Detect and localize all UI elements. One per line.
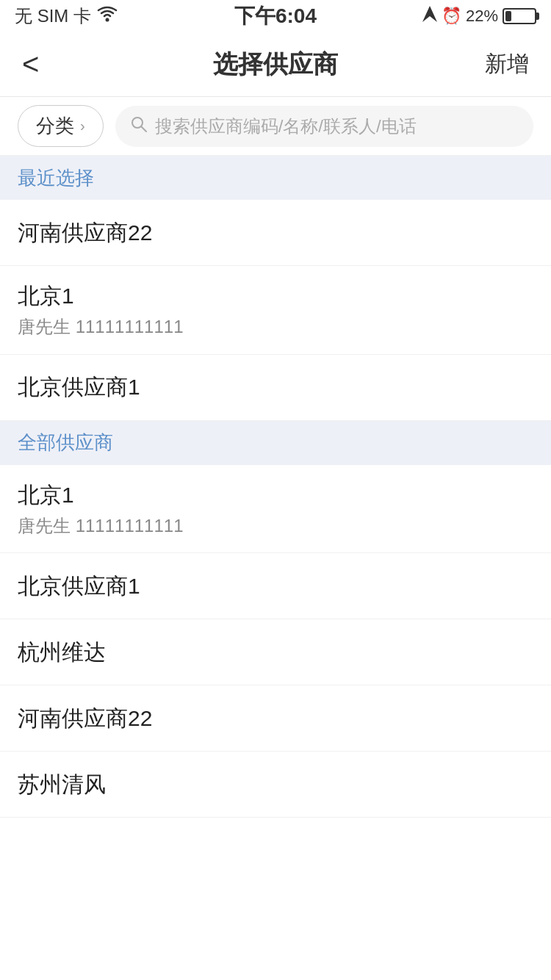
category-button[interactable]: 分类 › xyxy=(18,105,104,147)
supplier-contact: 唐先生 11111111111 xyxy=(18,314,533,339)
supplier-name: 河南供应商22 xyxy=(18,217,533,248)
supplier-name: 北京供应商1 xyxy=(18,571,533,602)
alarm-icon: ⏰ xyxy=(442,7,461,26)
status-time: 下午6:04 xyxy=(234,2,317,30)
supplier-name: 北京1 xyxy=(18,480,533,511)
supplier-name: 河南供应商22 xyxy=(18,703,533,734)
all-section-header: 全部供应商 xyxy=(0,421,551,465)
search-box[interactable]: 搜索供应商编码/名称/联系人/电话 xyxy=(115,106,533,147)
list-item[interactable]: 北京供应商1 xyxy=(0,553,551,619)
category-label: 分类 xyxy=(36,113,74,139)
supplier-name: 杭州维达 xyxy=(18,637,533,668)
list-item[interactable]: 苏州清风 xyxy=(0,752,551,818)
back-button[interactable]: < xyxy=(22,48,66,81)
carrier-text: 无 SIM 卡 xyxy=(15,4,91,28)
svg-line-3 xyxy=(141,126,146,131)
all-list: 北京1唐先生 11111111111北京供应商1杭州维达河南供应商22苏州清风 xyxy=(0,465,551,818)
chevron-right-icon: › xyxy=(80,118,85,134)
list-item[interactable]: 北京1唐先生 11111111111 xyxy=(0,465,551,554)
svg-point-0 xyxy=(106,18,109,22)
list-item[interactable]: 河南供应商22 xyxy=(0,685,551,752)
battery-percent: 22% xyxy=(466,7,498,26)
svg-marker-1 xyxy=(422,6,437,22)
page-title: 选择供应商 xyxy=(213,48,338,82)
all-section-label: 全部供应商 xyxy=(18,430,113,455)
nav-bar: < 选择供应商 新增 xyxy=(0,32,551,97)
battery-icon xyxy=(503,8,536,24)
recent-list: 河南供应商22北京1唐先生 11111111111北京供应商1 xyxy=(0,200,551,421)
add-button[interactable]: 新增 xyxy=(485,49,529,79)
list-item[interactable]: 河南供应商22 xyxy=(0,200,551,266)
list-item[interactable]: 北京1唐先生 11111111111 xyxy=(0,266,551,355)
search-icon xyxy=(130,115,148,137)
supplier-contact: 唐先生 11111111111 xyxy=(18,514,533,538)
list-item[interactable]: 杭州维达 xyxy=(0,619,551,685)
recent-section-header: 最近选择 xyxy=(0,156,551,200)
supplier-name: 北京供应商1 xyxy=(18,372,533,403)
supplier-name: 北京1 xyxy=(18,281,533,311)
list-item[interactable]: 北京供应商1 xyxy=(0,355,551,421)
filter-bar: 分类 › 搜索供应商编码/名称/联系人/电话 xyxy=(0,97,551,156)
search-placeholder: 搜索供应商编码/名称/联系人/电话 xyxy=(155,115,417,138)
recent-section-label: 最近选择 xyxy=(18,165,94,191)
status-right: ⏰ 22% xyxy=(422,6,536,26)
wifi-icon xyxy=(97,6,118,26)
supplier-name: 苏州清风 xyxy=(18,769,533,800)
status-bar: 无 SIM 卡 下午6:04 ⏰ 22% xyxy=(0,0,551,32)
location-icon xyxy=(422,6,437,26)
status-left: 无 SIM 卡 xyxy=(15,4,118,28)
